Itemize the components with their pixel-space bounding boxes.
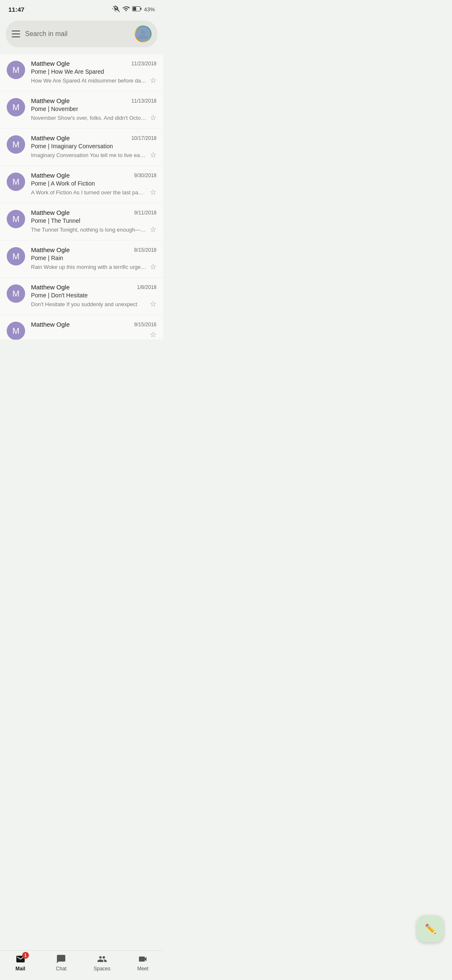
email-preview-row: ☆ bbox=[31, 330, 157, 339]
svg-rect-2 bbox=[133, 7, 136, 10]
email-content: Matthew Ogle 10/17/2018 Pome | Imaginary… bbox=[31, 134, 157, 160]
email-item[interactable]: M Matthew Ogle 9/30/2018 Pome | A Work o… bbox=[0, 166, 163, 203]
status-icons: 43% bbox=[112, 5, 155, 14]
status-bar: 11:47 43% bbox=[0, 0, 163, 16]
email-header: Matthew Ogle 9/11/2018 bbox=[31, 209, 157, 216]
menu-button[interactable] bbox=[12, 31, 20, 37]
star-button[interactable]: ☆ bbox=[150, 150, 157, 160]
battery-percentage: 43% bbox=[144, 6, 155, 13]
battery-icon bbox=[132, 6, 141, 13]
email-preview: How We Are Spared At midsummer before da… bbox=[31, 77, 146, 84]
email-subject: Pome | A Work of Fiction bbox=[31, 180, 157, 187]
svg-point-3 bbox=[141, 30, 145, 34]
email-item[interactable]: M Matthew Ogle 11/13/2018 Pome | Novembe… bbox=[0, 91, 163, 129]
email-preview-row: Rain Woke up this morning with a terrifi… bbox=[31, 262, 157, 271]
email-content: Matthew Ogle 11/23/2018 Pome | How We Ar… bbox=[31, 60, 157, 85]
sender-avatar: M bbox=[7, 284, 25, 303]
status-time: 11:47 bbox=[8, 6, 24, 13]
email-item[interactable]: M Matthew Ogle 10/17/2018 Pome | Imagina… bbox=[0, 129, 163, 166]
sender-name: Matthew Ogle bbox=[31, 284, 70, 291]
email-header: Matthew Ogle 10/17/2018 bbox=[31, 134, 157, 142]
email-subject: Pome | How We Are Spared bbox=[31, 68, 157, 75]
email-subject: Pome | Don't Hesitate bbox=[31, 292, 157, 299]
sender-name: Matthew Ogle bbox=[31, 97, 70, 104]
email-subject: Pome | The Tunnel bbox=[31, 217, 157, 224]
star-button[interactable]: ☆ bbox=[150, 113, 157, 122]
email-content: Matthew Ogle 8/15/2018 Pome | Rain Rain … bbox=[31, 246, 157, 271]
search-bar[interactable]: Search in mail bbox=[6, 21, 157, 47]
sender-name: Matthew Ogle bbox=[31, 246, 70, 253]
sender-avatar: M bbox=[7, 98, 25, 116]
sender-avatar: M bbox=[7, 247, 25, 266]
email-subject: Pome | Rain bbox=[31, 255, 157, 261]
sender-avatar: M bbox=[7, 210, 25, 228]
email-date: 11/23/2018 bbox=[131, 61, 157, 67]
email-preview: A Work of Fiction As I turned over the l… bbox=[31, 189, 146, 196]
email-content: Matthew Ogle 1/8/2018 Pome | Don't Hesit… bbox=[31, 284, 157, 309]
email-content: Matthew Ogle 9/15/2016 ☆ bbox=[31, 321, 157, 339]
sender-avatar: M bbox=[7, 173, 25, 191]
email-subject: Pome | Imaginary Conversation bbox=[31, 143, 157, 150]
email-date: 1/8/2018 bbox=[137, 284, 157, 290]
email-header: Matthew Ogle 11/13/2018 bbox=[31, 97, 157, 104]
email-preview-row: How We Are Spared At midsummer before da… bbox=[31, 76, 157, 85]
email-item[interactable]: M Matthew Ogle 8/15/2018 Pome | Rain Rai… bbox=[0, 240, 163, 278]
email-header: Matthew Ogle 9/15/2016 bbox=[31, 321, 157, 328]
star-button[interactable]: ☆ bbox=[150, 262, 157, 271]
user-avatar[interactable] bbox=[135, 26, 152, 42]
star-button[interactable]: ☆ bbox=[150, 76, 157, 85]
sender-name: Matthew Ogle bbox=[31, 209, 70, 216]
sender-avatar: M bbox=[7, 135, 25, 154]
email-header: Matthew Ogle 11/23/2018 bbox=[31, 60, 157, 67]
sender-name: Matthew Ogle bbox=[31, 321, 70, 328]
svg-rect-1 bbox=[140, 8, 141, 10]
email-preview: November Show's over, folks. And didn't … bbox=[31, 115, 146, 121]
sender-name: Matthew Ogle bbox=[31, 134, 70, 142]
email-preview: The Tunnel Tonight, nothing is long enou… bbox=[31, 227, 146, 233]
email-date: 9/15/2016 bbox=[134, 322, 157, 328]
avatar-image bbox=[136, 26, 151, 41]
email-preview: Don't Hesitate If you suddenly and unexp… bbox=[31, 301, 146, 307]
star-button[interactable]: ☆ bbox=[150, 299, 157, 309]
email-preview-row: A Work of Fiction As I turned over the l… bbox=[31, 188, 157, 197]
email-preview-row: Imaginary Conversation You tell me to li… bbox=[31, 150, 157, 160]
sender-name: Matthew Ogle bbox=[31, 60, 70, 67]
email-preview-row: November Show's over, folks. And didn't … bbox=[31, 113, 157, 122]
search-placeholder[interactable]: Search in mail bbox=[25, 30, 130, 38]
email-date: 11/13/2018 bbox=[131, 98, 157, 104]
email-date: 9/11/2018 bbox=[134, 210, 157, 216]
email-preview-row: Don't Hesitate If you suddenly and unexp… bbox=[31, 299, 157, 309]
email-item[interactable]: M Matthew Ogle 9/15/2016 ☆ bbox=[0, 315, 163, 340]
sender-avatar: M bbox=[7, 61, 25, 79]
email-content: Matthew Ogle 9/30/2018 Pome | A Work of … bbox=[31, 172, 157, 197]
email-preview: Rain Woke up this morning with a terrifi… bbox=[31, 264, 146, 270]
wifi-icon bbox=[122, 5, 130, 14]
email-preview: Imaginary Conversation You tell me to li… bbox=[31, 152, 146, 158]
email-list: M Matthew Ogle 11/23/2018 Pome | How We … bbox=[0, 54, 163, 340]
email-subject: Pome | November bbox=[31, 106, 157, 112]
email-date: 9/30/2018 bbox=[134, 173, 157, 178]
email-content: Matthew Ogle 9/11/2018 Pome | The Tunnel… bbox=[31, 209, 157, 234]
star-button[interactable]: ☆ bbox=[150, 330, 157, 339]
email-content: Matthew Ogle 11/13/2018 Pome | November … bbox=[31, 97, 157, 122]
email-date: 10/17/2018 bbox=[131, 135, 157, 141]
star-button[interactable]: ☆ bbox=[150, 225, 157, 234]
email-header: Matthew Ogle 1/8/2018 bbox=[31, 284, 157, 291]
sender-avatar: M bbox=[7, 322, 25, 340]
email-preview-row: The Tunnel Tonight, nothing is long enou… bbox=[31, 225, 157, 234]
email-item[interactable]: M Matthew Ogle 11/23/2018 Pome | How We … bbox=[0, 54, 163, 91]
star-button[interactable]: ☆ bbox=[150, 188, 157, 197]
email-date: 8/15/2018 bbox=[134, 247, 157, 253]
mute-icon bbox=[112, 5, 120, 14]
email-header: Matthew Ogle 8/15/2018 bbox=[31, 246, 157, 253]
email-item[interactable]: M Matthew Ogle 9/11/2018 Pome | The Tunn… bbox=[0, 203, 163, 240]
sender-name: Matthew Ogle bbox=[31, 172, 70, 179]
email-header: Matthew Ogle 9/30/2018 bbox=[31, 172, 157, 179]
email-item[interactable]: M Matthew Ogle 1/8/2018 Pome | Don't Hes… bbox=[0, 278, 163, 315]
